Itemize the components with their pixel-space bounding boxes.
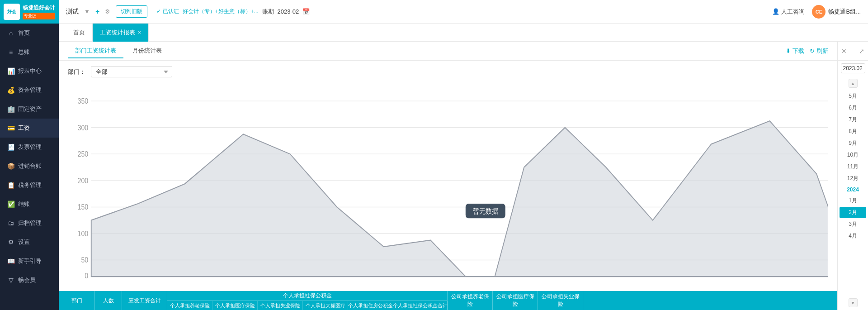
month-item-3[interactable]: 3月 [840, 219, 866, 230]
sidebar-item-home[interactable]: ⌂ 首页 [0, 24, 59, 43]
col-personal-large-medical: 个人承担大额医疗 [303, 301, 348, 310]
month-item-6[interactable]: 6月 [840, 102, 866, 114]
help-button[interactable]: 👤 人工咨询 [772, 8, 805, 16]
topbar-dropdown-arrow[interactable]: ▼ [84, 8, 90, 15]
calendar-icon[interactable]: 📅 [302, 8, 310, 15]
col-group-personal: 个人承担社保公积金 个人承担养老保险 个人承担医疗保险 个人承担失业保险 个人承… [167, 291, 448, 310]
side-nav-down-button[interactable]: ▼ [849, 298, 858, 307]
sidebar-item-member[interactable]: ▽ 畅会员 [0, 271, 59, 290]
sidebar-item-tax[interactable]: 📋 税务管理 [0, 176, 59, 195]
sidebar-item-checkout[interactable]: ✅ 结账 [0, 195, 59, 214]
month-item-7[interactable]: 7月 [840, 114, 866, 125]
svg-marker-16 [91, 121, 828, 277]
col-total-salary: 应发工资合计 [122, 291, 167, 310]
logo-icon: 好会 [4, 4, 20, 20]
settings-icon: ⚙ [7, 238, 14, 246]
refresh-button[interactable]: ↻ 刷新 [810, 47, 828, 55]
year-2024-label: 2024 [840, 185, 866, 195]
sidebar-item-settings[interactable]: ⚙ 设置 [0, 233, 59, 252]
side-panel-close-icon[interactable]: ✕ [841, 48, 847, 55]
main-area: 测试 ▼ + ⚙ 切到旧版 ✓ 已认证 好会计（专）+好生意（标）+... 账期… [59, 0, 868, 310]
sub-tabbar: 部门工资统计表 月份统计表 ⬇ 下载 ↻ 刷新 [59, 42, 837, 61]
stock-icon: 📦 [7, 162, 14, 170]
year-input[interactable] [841, 63, 865, 73]
tabbar: 首页 工资统计报表 × [59, 24, 868, 42]
topbar: 测试 ▼ + ⚙ 切到旧版 ✓ 已认证 好会计（专）+好生意（标）+... 账期… [59, 0, 868, 24]
sub-tab-actions: ⬇ 下载 ↻ 刷新 [786, 47, 828, 55]
sidebar-item-fund[interactable]: 💰 资金管理 [0, 81, 59, 100]
table-footer: 部门 人数 应发工资合计 个人承担社保公积金 个人承担养老保险 个人承担医疗保险… [59, 291, 837, 310]
topbar-settings-icon[interactable]: ⚙ [105, 8, 110, 15]
sidebar-item-assets[interactable]: 🏢 固定资产 [0, 100, 59, 119]
sidebar-item-archive[interactable]: 🗂 归档管理 [0, 214, 59, 233]
svg-text:50: 50 [81, 256, 88, 264]
col-count: 人数 [95, 291, 122, 310]
sidebar-logo: 好会 畅捷通好会计 专业版 [0, 0, 59, 24]
logo-text: 畅捷通好会计 专业版 [23, 4, 55, 19]
side-nav-down-area: ▼ [838, 296, 868, 310]
col-company-medical: 公司承担医疗保险 [493, 291, 538, 310]
chart-svg: 350 300 250 200 150 100 50 0 暂无数据 [68, 88, 828, 286]
guide-icon: 📖 [7, 258, 14, 265]
tab-home[interactable]: 首页 [66, 24, 93, 42]
download-button[interactable]: ⬇ 下载 [786, 47, 804, 55]
avatar: CE [812, 5, 826, 19]
month-item-2[interactable]: 2月 [840, 207, 866, 218]
col-personal-unemployment: 个人承担失业保险 [258, 301, 303, 310]
svg-text:150: 150 [78, 203, 89, 211]
side-month-list: 5月 6月 7月 8月 9月 10月 11月 12月 2024 1月 2月 3月… [838, 91, 868, 296]
tab-close-icon[interactable]: × [138, 29, 141, 36]
month-item-12[interactable]: 12月 [840, 173, 866, 184]
month-item-4[interactable]: 4月 [840, 230, 866, 242]
sidebar-nav: ⌂ 首页 ≡ 总账 📊 报表中心 💰 资金管理 🏢 固定资产 💳 工资 🧾 发票… [0, 24, 59, 310]
help-icon: 👤 [772, 8, 779, 15]
month-item-1[interactable]: 1月 [840, 195, 866, 206]
tab-salary-report[interactable]: 工资统计报表 × [93, 24, 149, 42]
sidebar-item-stock[interactable]: 📦 进销台账 [0, 157, 59, 176]
sidebar-item-invoice[interactable]: 🧾 发票管理 [0, 138, 59, 157]
ledger-icon: ≡ [7, 48, 14, 56]
col-personal-pension: 个人承担养老保险 [167, 301, 212, 310]
sidebar-item-guide[interactable]: 📖 新手引导 [0, 252, 59, 271]
sidebar-item-salary[interactable]: 💳 工资 [0, 119, 59, 138]
chart-area: 350 300 250 200 150 100 50 0 暂无数据 [59, 83, 837, 291]
month-item-9[interactable]: 9月 [840, 138, 866, 149]
side-nav-area: ▲ [838, 76, 868, 91]
home-icon: ⌂ [7, 29, 14, 37]
side-panel: ✕ ⤢ ▲ 5月 6月 7月 8月 9月 10月 11月 12月 2024 1月… [837, 42, 868, 310]
invoice-icon: 🧾 [7, 143, 14, 151]
col-company-unemployment: 公司承担失业保险 [538, 291, 583, 310]
salary-icon: 💳 [7, 124, 14, 132]
dept-filter-label: 部门： [68, 68, 85, 76]
col-group-personal-label: 个人承担社保公积金 [167, 291, 447, 301]
topbar-add-button[interactable]: + [95, 8, 99, 16]
download-icon: ⬇ [786, 48, 791, 54]
topbar-title: 测试 [66, 8, 79, 16]
refresh-icon: ↻ [810, 48, 815, 54]
filter-bar: 部门： 全部 销售部 财务部 技术部 行政部 [59, 61, 837, 83]
sidebar-item-report[interactable]: 📊 报表中心 [0, 62, 59, 81]
month-item-8[interactable]: 8月 [840, 126, 866, 137]
sidebar-item-ledger[interactable]: ≡ 总账 [0, 43, 59, 62]
switch-old-version-button[interactable]: 切到旧版 [116, 5, 147, 18]
checkout-icon: ✅ [7, 200, 14, 208]
sidebar: 好会 畅捷通好会计 专业版 ⌂ 首页 ≡ 总账 📊 报表中心 💰 资金管理 🏢 … [0, 0, 59, 310]
archive-icon: 🗂 [7, 219, 14, 227]
col-personal-medical: 个人承担医疗保险 [212, 301, 258, 310]
month-item-5[interactable]: 5月 [840, 91, 866, 102]
month-item-11[interactable]: 11月 [840, 161, 866, 172]
assets-icon: 🏢 [7, 105, 14, 113]
svg-text:0: 0 [85, 272, 88, 280]
month-item-10[interactable]: 10月 [840, 149, 866, 161]
col-company-pension: 公司承担养老保险 [448, 291, 493, 310]
topbar-right: 👤 人工咨询 CE 畅捷通B组... [772, 5, 861, 19]
sub-tab-month[interactable]: 月份统计表 [125, 44, 169, 58]
dept-filter-select[interactable]: 全部 销售部 财务部 技术部 行政部 [91, 66, 172, 77]
user-area[interactable]: CE 畅捷通B组... [812, 5, 861, 19]
sub-tab-dept[interactable]: 部门工资统计表 [68, 44, 123, 58]
side-nav-up-button[interactable]: ▲ [849, 79, 858, 88]
col-personal-total: 个人承担社保公积金合计 [393, 301, 448, 310]
side-panel-expand-icon[interactable]: ⤢ [859, 48, 864, 55]
period-value: 2023-02 [278, 8, 299, 15]
period-label: 账期 [262, 8, 274, 16]
